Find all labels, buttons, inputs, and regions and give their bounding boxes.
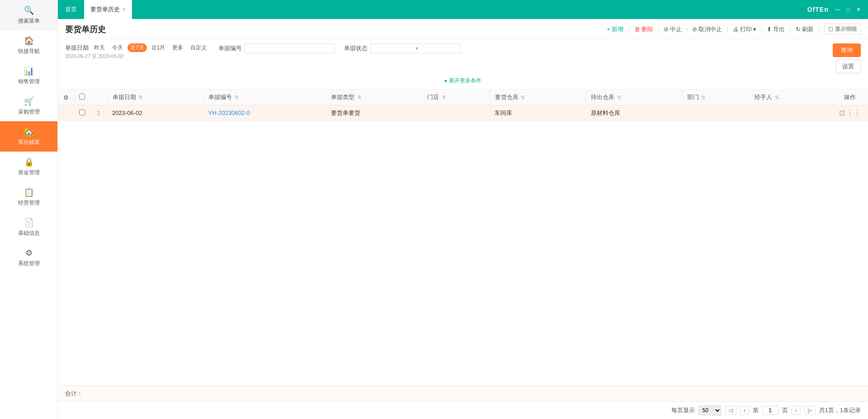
sidebar-item-label: 系统管理 <box>18 260 40 267</box>
footer-total: 合计： <box>58 386 868 401</box>
page-size-select[interactable]: 50 20 100 <box>698 405 722 415</box>
th-operation: 操作 <box>832 90 868 105</box>
sidebar-item-basic[interactable]: 📄 基础信息 <box>0 212 57 243</box>
td-settings <box>58 105 74 121</box>
td-handler <box>750 105 832 121</box>
th-department[interactable]: 部门 ⇅ <box>682 90 750 105</box>
page-label: 页 <box>782 406 788 414</box>
export-button[interactable]: ⬆ 导出 <box>767 25 785 33</box>
last-page-btn[interactable]: ▷ <box>804 406 816 415</box>
new-button[interactable]: + 新增 <box>607 25 623 33</box>
date-filter-group: 单据日期 昨天 今天 近7天 近1月 更多 自定义 2023-05-27 至 2… <box>65 43 209 60</box>
dropdown-arrow-icon: ▾ <box>415 45 457 52</box>
yesterday-btn[interactable]: 昨天 <box>91 43 108 52</box>
pagination: 每页显示 50 20 100 ◁ ‹ 第 页 › ▷ 共1页，1条记录 <box>58 401 868 419</box>
print-button[interactable]: 🖨 打印 ▾ <box>733 25 756 33</box>
order-no-link[interactable]: YH-20230602-0 <box>208 110 250 116</box>
sidebar-item-finance[interactable]: 🔒 资金管理 <box>0 152 57 182</box>
sort-pendingwarehouse-icon: ⇅ <box>617 95 621 100</box>
next-page-btn[interactable]: › <box>792 406 801 415</box>
filter-settings-button[interactable]: 设置 <box>835 60 861 73</box>
sidebar-item-label: 搜索菜单 <box>18 17 40 25</box>
th-type[interactable]: 单据类型 ⇅ <box>326 90 423 105</box>
more-op-icon[interactable]: ⋮⋮ <box>846 109 861 117</box>
cancel-stop-button[interactable]: ⊘ 取消中止 <box>692 25 722 33</box>
tab-home[interactable]: 首页 <box>58 0 84 19</box>
order-no-label: 单据编号 <box>218 44 242 52</box>
stop-button[interactable]: ⊘ 中止 <box>664 25 682 33</box>
td-department <box>682 105 750 121</box>
first-page-btn[interactable]: ◁ <box>725 406 736 415</box>
table-row: 1 2023-06-02 YH-20230602-0 要货单要货 车间库 原材料… <box>58 105 868 121</box>
sort-reqwarehouse-icon: ⇅ <box>521 95 525 100</box>
status-select[interactable]: ▾ <box>370 43 461 53</box>
custom-btn[interactable]: 自定义 <box>188 43 209 52</box>
th-handler[interactable]: 经手人 ⇅ <box>750 90 832 105</box>
total-label: 合计： <box>65 390 83 397</box>
operation-icon: 📋 <box>24 187 34 197</box>
sidebar-item-operation[interactable]: 📋 经营管理 <box>0 182 57 212</box>
sidebar-item-search[interactable]: 🔍 搜索菜单 <box>0 0 57 30</box>
toolbar: + 新增 | 🗑 删除 | ⊘ 中止 | ⊘ 取消中止 | 🖨 <box>607 24 861 35</box>
th-pending-warehouse[interactable]: 待出仓库 ⇅ <box>586 90 683 105</box>
minimize-btn[interactable]: — <box>835 6 840 13</box>
page-label-before: 第 <box>753 406 759 414</box>
delete-icon: 🗑 <box>634 26 640 33</box>
expand-conditions-button[interactable]: ▾ 展开更多条件 <box>444 77 481 85</box>
sidebar-item-purchase[interactable]: 🛒 采购管理 <box>0 91 57 121</box>
sort-store-icon: ⇅ <box>442 95 446 100</box>
close-btn[interactable]: ✕ <box>856 6 861 13</box>
last7days-btn[interactable]: 近7天 <box>127 43 147 52</box>
edit-icon[interactable]: ⊡ <box>839 109 845 117</box>
export-icon: ⬆ <box>767 26 772 33</box>
print-icon: 🖨 <box>733 26 739 33</box>
sidebar-item-label: 经营管理 <box>18 199 40 207</box>
page-number-input[interactable] <box>762 406 778 415</box>
document-icon: 📄 <box>24 218 34 228</box>
td-checkbox[interactable] <box>74 105 90 121</box>
table-area: ⚙ 单据日期 ⇅ 单据编号 ⇅ 单据类型 ⇅ <box>58 90 868 386</box>
td-num: 1 <box>90 105 108 121</box>
sidebar-item-label: 快捷导航 <box>18 48 40 55</box>
last1month-btn[interactable]: 近1月 <box>149 43 168 52</box>
more-btn[interactable]: 更多 <box>170 43 186 52</box>
sort-type-icon: ⇅ <box>357 95 361 100</box>
page-size-label: 每页显示 <box>671 406 695 414</box>
inventory-icon: 🏡 <box>24 127 34 137</box>
tab-close-icon[interactable]: × <box>123 6 126 13</box>
sidebar-item-system[interactable]: ⚙ 系统管理 <box>0 243 57 273</box>
th-checkbox[interactable] <box>74 90 90 105</box>
filter-right: 查询 设置 <box>833 43 861 73</box>
td-date: 2023-06-02 <box>108 105 204 121</box>
th-date[interactable]: 单据日期 ⇅ <box>108 90 204 105</box>
prev-page-btn[interactable]: ‹ <box>740 406 749 415</box>
select-all-checkbox[interactable] <box>79 94 85 100</box>
sidebar-item-inventory[interactable]: 🏡 库存核算 <box>0 121 57 152</box>
gear-icon: ⚙ <box>25 248 33 258</box>
lock-icon: 🔒 <box>24 157 34 167</box>
row-checkbox[interactable] <box>79 110 85 115</box>
sort-handler-icon: ⇅ <box>775 95 779 100</box>
sidebar-item-sales[interactable]: 📊 销售管理 <box>0 61 57 91</box>
show-detail-button[interactable]: ☐ 显示明细 <box>824 24 861 35</box>
refresh-button[interactable]: ↻ 刷新 <box>796 25 814 33</box>
order-no-filter-group: 单据编号 <box>218 43 335 53</box>
home-icon: 🏠 <box>24 36 34 46</box>
td-type: 要货单要货 <box>326 105 423 121</box>
th-store[interactable]: 门店 ⇅ <box>423 90 491 105</box>
tab-active[interactable]: 要货单历史 × <box>84 0 132 19</box>
query-button[interactable]: 查询 <box>833 43 861 57</box>
today-btn[interactable]: 今天 <box>109 43 126 52</box>
order-no-input[interactable] <box>245 43 335 53</box>
th-order-no[interactable]: 单据编号 ⇅ <box>204 90 326 105</box>
print-dropdown-icon: ▾ <box>753 26 756 33</box>
maximize-btn[interactable]: □ <box>847 6 850 13</box>
sort-orderno-icon: ⇅ <box>235 95 239 100</box>
th-req-warehouse[interactable]: 要货仓库 ⇅ <box>490 90 586 105</box>
th-settings[interactable]: ⚙ <box>58 90 74 105</box>
page-title: 要货单历史 <box>65 24 106 35</box>
sidebar-item-shortcut[interactable]: 🏠 快捷导航 <box>0 30 57 61</box>
delete-button[interactable]: 🗑 删除 <box>634 25 653 33</box>
status-label: 单据状态 <box>344 44 368 52</box>
page-content: 要货单历史 + 新增 | 🗑 删除 | ⊘ 中止 | ⊘ 取消中止 | <box>58 19 868 419</box>
